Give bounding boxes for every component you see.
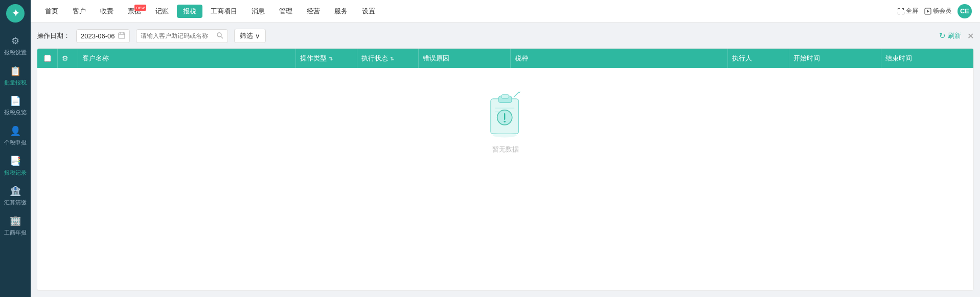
empty-text: 暂无数据 — [492, 145, 519, 154]
th-customer-name: 客户名称 — [78, 49, 296, 68]
new-badge: new — [134, 5, 146, 11]
svg-rect-2 — [119, 33, 125, 38]
nav-items: 首页 客户 收费 票据 new 记账 报税 工商项目 消息 管理 经营 服务 设… — [39, 5, 897, 18]
personal-tax-icon: 👤 — [10, 125, 21, 138]
empty-illustration — [480, 89, 531, 140]
select-all-checkbox[interactable] — [44, 55, 51, 62]
nav-jingying[interactable]: 经营 — [301, 5, 326, 18]
fullscreen-button[interactable]: 全屏 — [897, 7, 918, 15]
nav-guanli[interactable]: 管理 — [273, 5, 299, 18]
th-end-time: 结束时间 — [881, 49, 973, 68]
sidebar-item-piliang-baoshui[interactable]: 📋 批量报税 — [0, 61, 31, 91]
th-checkbox[interactable] — [37, 49, 58, 68]
empty-state: 暂无数据 — [37, 68, 973, 175]
search-input[interactable] — [141, 32, 214, 39]
sort-icon-operation: ⇅ — [329, 56, 333, 61]
nav-shoufei[interactable]: 收费 — [94, 5, 120, 18]
table-header: ⚙ 客户名称 操作类型 ⇅ 执行状态 ⇅ 错误原因 税种 — [37, 49, 973, 68]
gear-icon: ⚙ — [62, 54, 69, 62]
settlement-icon: 🏦 — [10, 185, 21, 198]
data-table: ⚙ 客户名称 操作类型 ⇅ 执行状态 ⇅ 错误原因 税种 — [37, 48, 974, 291]
th-exec-status[interactable]: 执行状态 ⇅ — [357, 49, 419, 68]
overview-icon: 📄 — [10, 95, 21, 108]
sidebar: ✦ ⚙ 报税设置 📋 批量报税 📄 报税总览 👤 个税申报 📑 报税记录 🏦 汇… — [0, 0, 31, 297]
sidebar-item-huisuan-jiaona[interactable]: 🏦 汇算清缴 — [0, 181, 31, 211]
chevron-down-icon: ∨ — [255, 32, 260, 40]
member-button[interactable]: 畅会员 — [924, 7, 951, 15]
nav-shezhi[interactable]: 设置 — [356, 5, 381, 18]
sidebar-item-baoshui-jilu[interactable]: 📑 报税记录 — [0, 151, 31, 181]
avatar[interactable]: CE — [958, 4, 972, 18]
svg-point-13 — [504, 121, 506, 123]
sidebar-logo: ✦ — [6, 4, 25, 23]
svg-marker-15 — [518, 91, 520, 93]
search-icon — [216, 32, 223, 40]
main-content: 首页 客户 收费 票据 new 记账 报税 工商项目 消息 管理 经营 服务 设… — [31, 0, 980, 297]
th-error-reason: 错误原因 — [419, 49, 511, 68]
fullscreen-icon — [897, 8, 904, 15]
sidebar-item-baoshui-zonlan[interactable]: 📄 报税总览 — [0, 91, 31, 121]
date-picker[interactable]: 2023-06-06 — [76, 29, 130, 43]
nav-fuwu[interactable]: 服务 — [328, 5, 354, 18]
page-content: 操作日期： 2023-06-06 — [31, 23, 980, 297]
calendar-icon — [118, 32, 125, 40]
toolbar: 操作日期： 2023-06-06 — [37, 29, 974, 43]
nav-baoshui[interactable]: 报税 — [177, 5, 202, 18]
annual-report-icon: 🏢 — [10, 215, 21, 227]
nav-shouye[interactable]: 首页 — [39, 5, 64, 18]
sidebar-item-geshui-shenbao[interactable]: 👤 个税申报 — [0, 121, 31, 151]
sidebar-item-baoshui-shezhi[interactable]: ⚙ 报税设置 — [0, 31, 31, 61]
svg-line-14 — [514, 92, 518, 97]
batch-tax-icon: 📋 — [10, 65, 21, 78]
nav-jizhang[interactable]: 记账 — [149, 5, 175, 18]
settings-icon: ⚙ — [11, 35, 19, 48]
svg-marker-1 — [927, 10, 929, 13]
topnav-right: 全屏 畅会员 CE — [897, 4, 972, 18]
svg-rect-10 — [501, 95, 509, 98]
refresh-button[interactable]: ↻ 刷新 — [939, 31, 961, 40]
nav-piaojv[interactable]: 票据 new — [122, 5, 147, 18]
nav-gongshang-xiangmu[interactable]: 工商项目 — [204, 5, 243, 18]
date-label: 操作日期： — [37, 31, 70, 40]
th-executor: 执行人 — [728, 49, 789, 68]
nav-kehu[interactable]: 客户 — [66, 5, 92, 18]
sort-icon-status: ⇅ — [390, 56, 394, 61]
nav-xiaoxi[interactable]: 消息 — [245, 5, 271, 18]
svg-point-18 — [492, 133, 516, 137]
svg-point-6 — [217, 33, 221, 37]
play-icon — [924, 8, 931, 15]
th-start-time: 开始时间 — [789, 49, 881, 68]
top-navigation: 首页 客户 收费 票据 new 记账 报税 工商项目 消息 管理 经营 服务 设… — [31, 0, 980, 23]
close-button[interactable]: ✕ — [967, 31, 974, 41]
svg-line-7 — [221, 36, 223, 38]
th-operation-type[interactable]: 操作类型 ⇅ — [296, 49, 357, 68]
table-body: 暂无数据 — [37, 68, 973, 289]
sidebar-item-gongshang-nianbao[interactable]: 🏢 工商年报 — [0, 210, 31, 241]
search-box[interactable] — [136, 29, 228, 43]
th-settings: ⚙ — [58, 49, 78, 68]
records-icon: 📑 — [10, 155, 21, 167]
th-tax-type: 税种 — [511, 49, 728, 68]
filter-button[interactable]: 筛选 ∨ — [234, 29, 266, 43]
refresh-icon: ↻ — [939, 31, 946, 40]
